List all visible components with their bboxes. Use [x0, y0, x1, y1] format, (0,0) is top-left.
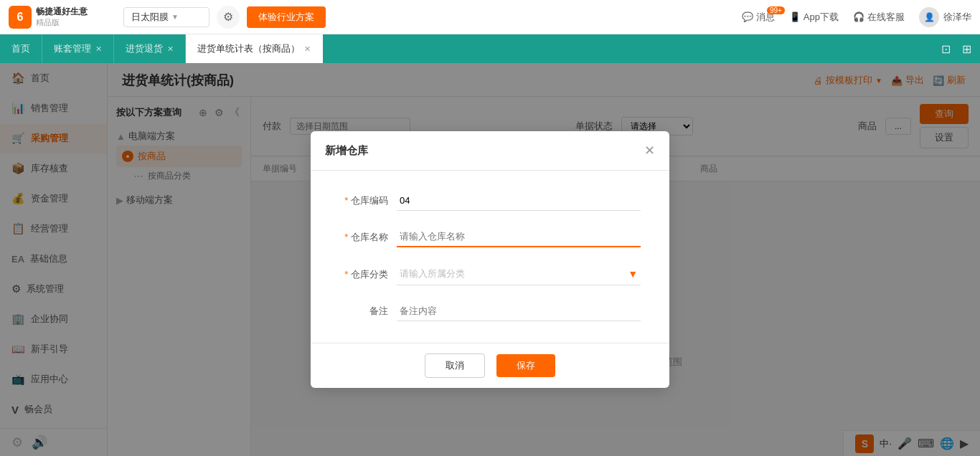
tabbar-actions: ⊡ ⊞ — [938, 39, 980, 59]
logo-area: 6 畅捷通好生意 精品版 — [9, 6, 116, 29]
tab-purchase-stat[interactable]: 进货单统计表（按商品） ✕ — [186, 34, 323, 63]
modal-title: 新增仓库 — [325, 144, 368, 158]
category-dropdown-icon: ▼ — [628, 268, 638, 280]
trial-btn[interactable]: 体验行业方案 — [247, 6, 326, 28]
form-label-code: * 仓库编码 — [339, 194, 397, 207]
message-icon: 💬 — [742, 11, 753, 22]
main-layout: 🏠 首页 📊 销售管理 🛒 采购管理 📦 库存核查 💰 资金管理 📋 经营管理 … — [0, 63, 980, 456]
modal-overlay[interactable]: 新增仓库 ✕ * 仓库编码 * 仓库名称 — [0, 63, 980, 456]
modal-header: 新增仓库 ✕ — [311, 131, 669, 171]
tab-purchase-stat-close[interactable]: ✕ — [304, 44, 311, 54]
code-input[interactable] — [397, 191, 641, 211]
save-button[interactable]: 保存 — [496, 354, 555, 377]
category-placeholder: 请输入所属分类 — [400, 267, 465, 280]
category-select[interactable]: 请输入所属分类 ▼ — [397, 263, 641, 285]
remark-input[interactable] — [397, 301, 641, 321]
form-label-category: * 仓库分类 — [339, 268, 397, 281]
modal-body: * 仓库编码 * 仓库名称 * 仓库 — [311, 171, 669, 343]
tab-accounts-close[interactable]: ✕ — [95, 44, 102, 54]
tab-purchase-return[interactable]: 进货退货 ✕ — [114, 34, 186, 63]
name-input[interactable] — [397, 227, 641, 247]
tabbar-restore-btn[interactable]: ⊡ — [938, 39, 953, 59]
form-label-remark: 备注 — [339, 305, 397, 318]
modal-footer: 取消 保存 — [311, 343, 669, 388]
modal: 新增仓库 ✕ * 仓库编码 * 仓库名称 — [311, 131, 669, 388]
store-dropdown-arrow: ▼ — [171, 13, 179, 21]
form-label-name: * 仓库名称 — [339, 231, 397, 244]
message-badge: 99+ — [767, 6, 785, 14]
form-row-remark: 备注 — [339, 301, 641, 321]
tab-purchase-stat-label: 进货单统计表（按商品） — [197, 42, 300, 55]
headset-icon: 🎧 — [853, 11, 864, 22]
form-row-code: * 仓库编码 — [339, 191, 641, 211]
tab-home-label: 首页 — [11, 42, 30, 55]
topbar-right: 💬 99+ 消息 📱 App下载 🎧 在线客服 👤 徐泽华 — [742, 7, 971, 27]
user-area[interactable]: 👤 徐泽华 — [919, 7, 971, 27]
form-row-category: * 仓库分类 请输入所属分类 ▼ — [339, 263, 641, 285]
service-btn[interactable]: 🎧 在线客服 — [853, 11, 905, 24]
topbar: 6 畅捷通好生意 精品版 日太阳膜 ▼ ⚙ 体验行业方案 💬 99+ 消息 📱 … — [0, 0, 980, 34]
settings-button[interactable]: ⚙ — [217, 6, 240, 29]
gear-icon: ⚙ — [223, 10, 233, 24]
avatar: 👤 — [919, 7, 939, 27]
tab-home[interactable]: 首页 — [0, 34, 42, 63]
tab-purchase-return-close[interactable]: ✕ — [167, 44, 174, 54]
mobile-icon: 📱 — [789, 11, 801, 22]
store-selector[interactable]: 日太阳膜 ▼ — [123, 7, 209, 27]
tab-accounts[interactable]: 账套管理 ✕ — [42, 34, 114, 63]
tab-accounts-label: 账套管理 — [54, 42, 91, 55]
message-btn[interactable]: 💬 99+ 消息 — [742, 11, 775, 24]
tabbar: 首页 账套管理 ✕ 进货退货 ✕ 进货单统计表（按商品） ✕ ⊡ ⊞ — [0, 34, 980, 63]
modal-close-btn[interactable]: ✕ — [644, 143, 655, 158]
logo-icon: 6 — [9, 6, 32, 29]
cancel-button[interactable]: 取消 — [425, 353, 485, 378]
form-row-name: * 仓库名称 — [339, 227, 641, 247]
app-download-btn[interactable]: 📱 App下载 — [789, 11, 839, 24]
tab-purchase-return-label: 进货退货 — [126, 42, 163, 55]
tabbar-expand-btn[interactable]: ⊞ — [959, 39, 974, 59]
logo-text: 畅捷通好生意 精品版 — [36, 6, 88, 28]
